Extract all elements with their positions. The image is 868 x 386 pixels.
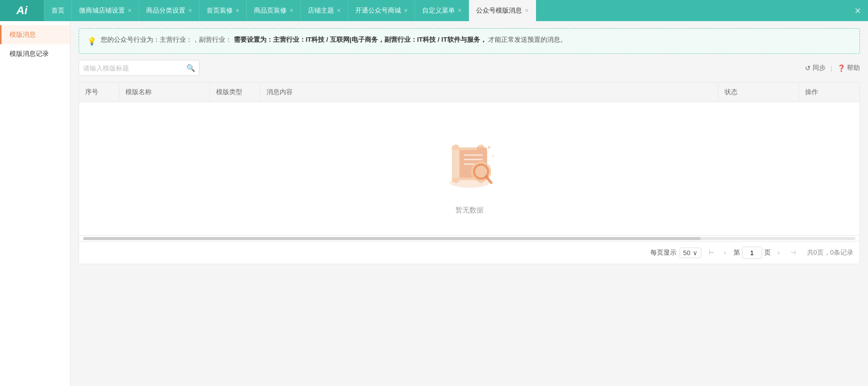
table-header: 序号 模版名称 模版类型 消息内容 状态 操作 <box>79 83 859 102</box>
next-page-button[interactable]: › <box>773 247 785 259</box>
sidebar-item-template-message-record[interactable]: 模版消息记录 <box>0 44 70 63</box>
close-icon[interactable]: × <box>188 8 192 14</box>
bulb-icon: 💡 <box>87 35 97 47</box>
close-icon[interactable]: × <box>290 8 293 14</box>
page-navigation: ⊢ ‹ 第 页 › ⊣ <box>705 247 799 259</box>
divider: | <box>831 64 832 72</box>
first-page-button[interactable]: ⊢ <box>705 247 717 259</box>
empty-state: ✦ ✦ 暂无数据 <box>79 102 859 235</box>
data-table: 序号 模版名称 模版类型 消息内容 状态 操作 <box>79 82 860 264</box>
col-header-name: 模版名称 <box>119 83 210 102</box>
search-input-wrap[interactable]: 🔍 <box>79 60 199 76</box>
horizontal-scrollbar[interactable] <box>79 235 859 241</box>
empty-text: 暂无数据 <box>455 206 484 215</box>
sync-icon: ↺ <box>805 64 811 72</box>
search-input[interactable] <box>83 64 186 72</box>
svg-text:✦: ✦ <box>491 153 495 159</box>
page-input-wrap: 第 页 <box>733 247 771 259</box>
nav-item-store-theme[interactable]: 店铺主题 × <box>301 0 348 21</box>
close-icon[interactable]: × <box>128 8 131 14</box>
notice-banner: 💡 您的公众号行业为：主营行业：，副营行业： 需要设置为：主营行业：IT科技 /… <box>79 28 860 54</box>
nav-item-custom-menu[interactable]: 自定义菜单 × <box>415 0 469 21</box>
nav-item-product-decoration[interactable]: 商品页装修 × <box>247 0 301 21</box>
col-header-type: 模版类型 <box>210 83 260 102</box>
close-icon[interactable]: × <box>236 8 239 14</box>
nav-item-open-mall[interactable]: 开通公众号商城 × <box>348 0 415 21</box>
col-header-seq: 序号 <box>79 83 119 102</box>
nav-item-home[interactable]: 首页 <box>44 0 72 21</box>
close-icon[interactable]: × <box>404 8 408 14</box>
per-page-select[interactable]: 50 ∨ <box>680 248 701 258</box>
close-icon[interactable]: × <box>458 8 461 14</box>
sync-help-area: ↺ 同步 | ❓ 帮助 <box>805 63 860 72</box>
last-page-button[interactable]: ⊣ <box>787 247 799 259</box>
nav-item-homepage-decoration[interactable]: 首页装修 × <box>199 0 247 21</box>
close-all-button[interactable]: ✕ <box>847 6 868 16</box>
close-icon[interactable]: × <box>337 8 341 14</box>
page-number-input[interactable] <box>742 247 762 259</box>
total-info: 共0页，0条记录 <box>807 248 853 257</box>
help-icon: ❓ <box>837 64 845 72</box>
sync-button[interactable]: ↺ 同步 <box>805 63 826 72</box>
nav-item-shop-settings[interactable]: 微商城店铺设置 × <box>72 0 139 21</box>
sidebar: 模版消息 模版消息记录 <box>0 21 71 386</box>
nav-item-template-message[interactable]: 公众号模版消息 × <box>469 0 536 21</box>
col-header-status: 状态 <box>718 83 799 102</box>
main-content: 💡 您的公众号行业为：主营行业：，副营行业： 需要设置为：主营行业：IT科技 /… <box>71 21 868 386</box>
top-navigation: Ai 首页 微商城店铺设置 × 商品分类设置 × 首页装修 × 商品页装修 × … <box>0 0 868 21</box>
chevron-down-icon: ∨ <box>693 249 698 257</box>
empty-illustration: ✦ ✦ <box>437 132 502 198</box>
col-header-action: 操作 <box>799 83 859 102</box>
prev-page-button[interactable]: ‹ <box>719 247 731 259</box>
help-button[interactable]: ❓ 帮助 <box>837 63 860 72</box>
sidebar-item-template-message[interactable]: 模版消息 <box>0 25 70 44</box>
scrollbar-track[interactable] <box>83 237 855 240</box>
search-button[interactable]: 🔍 <box>186 64 195 72</box>
col-header-content: 消息内容 <box>260 83 718 102</box>
per-page-wrap: 每页显示 50 ∨ <box>650 248 701 258</box>
close-icon[interactable]: × <box>525 8 528 14</box>
nav-item-category-settings[interactable]: 商品分类设置 × <box>139 0 199 21</box>
scrollbar-thumb[interactable] <box>83 237 701 240</box>
svg-text:✦: ✦ <box>486 143 492 151</box>
search-row: 🔍 ↺ 同步 | ❓ 帮助 <box>79 60 860 76</box>
main-layout: 模版消息 模版消息记录 💡 您的公众号行业为：主营行业：，副营行业： 需要设置为… <box>0 21 868 386</box>
pagination: 每页显示 50 ∨ ⊢ ‹ 第 页 › ⊣ <box>79 241 859 264</box>
app-logo: Ai <box>0 0 44 21</box>
